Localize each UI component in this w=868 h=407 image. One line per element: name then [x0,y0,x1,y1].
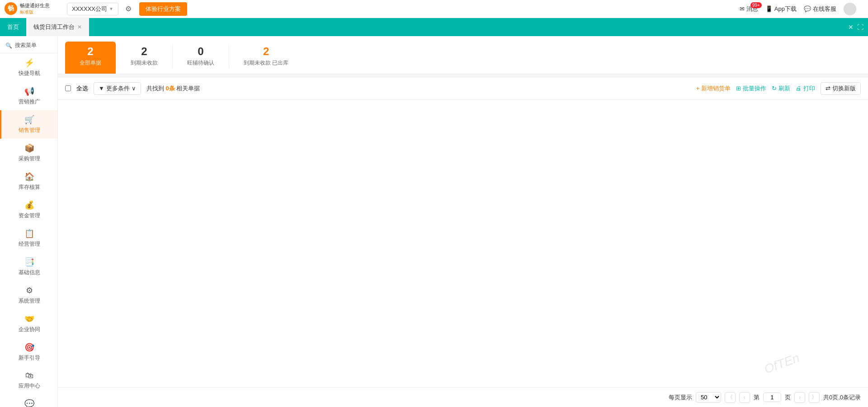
per-page-select[interactable]: 50 20 100 [696,392,721,402]
stat-num-overdue-shipped: 2 [263,45,269,58]
beginner-guide-icon: 🎯 [24,342,34,352]
stat-num-overdue: 2 [141,45,147,58]
print-icon: 🖨 [796,85,802,92]
marketing-icon: 📢 [24,86,34,96]
sales-icon: 🛒 [24,115,34,125]
app-label: App下载 [774,5,797,13]
sidebar-item-system[interactable]: ⚙ 系统管理 [0,281,57,309]
print-button[interactable]: 🖨 打印 [796,84,815,93]
tab-home[interactable]: 首页 [0,18,26,36]
sidebar-item-label: 销售管理 [19,126,40,134]
prev-page-button[interactable]: ‹ [739,392,750,403]
sidebar-item-label: 采购管理 [19,155,40,163]
stat-tab-overdue-shipped[interactable]: 2 到期未收款 已出库 [229,42,303,74]
stat-tab-all[interactable]: 2 全部单据 [65,42,116,74]
sidebar-item-operations[interactable]: 📋 经营管理 [0,224,57,253]
found-count: 0条 [166,85,175,92]
page-total: 共0页,0条记录 [823,393,861,402]
sidebar-item-enterprise-collab[interactable]: 🤝 企业协同 [0,309,57,338]
tab-work-station[interactable]: 钱货日清工作台 ✕ [26,18,89,36]
search-label: 搜索菜单 [15,42,37,49]
inventory-icon: 🏠 [24,172,34,182]
online-service-button[interactable]: 💬 在线客服 [804,5,836,13]
next-page-button[interactable]: › [794,392,805,403]
stat-tab-overdue[interactable]: 2 到期未收款 [116,42,172,74]
sidebar-item-finance[interactable]: 💰 资金管理 [0,196,57,224]
sidebar-item-enterprise-wechat[interactable]: 💬 企业微信 [0,394,57,407]
top-bar: 畅 畅捷通好生意 标准版 XXXXXX公司 ▼ ⚙ 体验行业方案 ✉ 消息 99… [0,0,868,18]
logo-name: 畅捷通好生意 [20,2,50,9]
add-sales-order-button[interactable]: + 新增销货单 [696,84,731,93]
stat-num-wangfu: 0 [198,45,203,58]
search-icon: 🔍 [5,42,12,49]
first-page-button[interactable]: 《 [725,392,736,403]
toolbar-right: + 新增销货单 ⊞ 批量操作 ↻ 刷新 🖨 打印 ⇄ 切换新版 [696,82,861,95]
base-info-icon: 📑 [24,257,34,267]
sidebar-item-label: 库存核算 [19,183,40,191]
batch-icon: ⊞ [736,85,741,92]
chevron-down-icon: ∨ [132,85,136,92]
filter-icon: ▼ [99,85,104,92]
operations-icon: 📋 [24,229,34,239]
system-icon: ⚙ [26,285,33,295]
pagination: 每页显示 50 20 100 《 ‹ 第 页 › 》 共0页,0条记录 [58,387,868,407]
sidebar-item-label: 企业协同 [19,326,40,333]
sidebar-item-sales[interactable]: 🛒 销售管理 [0,110,57,139]
switch-new-version-button[interactable]: ⇄ 切换新版 [821,82,861,95]
page-label: 第 [754,393,760,402]
sidebar-item-label: 资金管理 [19,212,40,220]
sidebar-item-purchase[interactable]: 📦 采购管理 [0,139,57,167]
stat-tab-wangfu[interactable]: 0 旺辅待确认 [173,42,229,74]
refresh-button[interactable]: ↻ 刷新 [772,84,790,93]
per-page-label: 每页显示 [669,393,692,402]
settings-button[interactable]: ⚙ [122,3,135,15]
sidebar-item-inventory[interactable]: 🏠 库存核算 [0,167,57,196]
app-download-button[interactable]: 📱 App下载 [765,5,797,13]
page-input[interactable] [763,393,781,402]
found-text: 共找到 0条 相关单据 [146,84,200,93]
message-button[interactable]: ✉ 消息 99+ [740,5,758,13]
tab-bar: 首页 钱货日清工作台 ✕ ✕ ⛶ [0,18,868,36]
trial-button[interactable]: 体验行业方案 [139,2,187,16]
batch-operation-button[interactable]: ⊞ 批量操作 [736,84,766,93]
sidebar: 🔍 搜索菜单 ⚡ 快捷导航 📢 营销推广 🛒 销售管理 📦 采购管理 🏠 库存核… [0,36,58,407]
app-center-icon: 🛍 [25,371,33,380]
sidebar-item-label: 新手引导 [19,354,40,362]
sidebar-item-base-info[interactable]: 📑 基础信息 [0,253,57,281]
select-all-checkbox[interactable] [65,85,71,91]
stats-tabs: 2 全部单据 2 到期未收款 0 旺辅待确认 2 到期未收款 已出库 [58,36,868,74]
company-selector[interactable]: XXXXXX公司 ▼ [67,3,118,15]
stat-label-wangfu: 旺辅待确认 [187,59,214,67]
enterprise-collab-icon: 🤝 [24,314,34,324]
tab-close-icon[interactable]: ✕ [77,24,82,30]
tab-fullscreen-icon[interactable]: ⛶ [857,23,863,31]
sidebar-search[interactable]: 🔍 搜索菜单 [0,38,57,53]
stat-label-all: 全部单据 [80,59,101,67]
stat-num-all: 2 [87,45,93,58]
table-area [58,100,868,387]
stat-label-overdue: 到期未收款 [131,59,158,67]
tab-close-window-icon[interactable]: ✕ [848,23,854,31]
company-arrow: ▼ [109,6,113,11]
logo-area: 畅 畅捷通好生意 标准版 [5,2,62,15]
main-layout: 🔍 搜索菜单 ⚡ 快捷导航 📢 营销推广 🛒 销售管理 📦 采购管理 🏠 库存核… [0,36,868,407]
sidebar-item-label: 快捷导航 [19,70,40,77]
sidebar-item-label: 营销推广 [19,98,40,106]
switch-icon: ⇄ [826,85,830,92]
sidebar-item-marketing[interactable]: 📢 营销推广 [0,82,57,110]
sidebar-item-app-center[interactable]: 🛍 应用中心 [0,366,57,394]
filter-button[interactable]: ▼ 更多条件 ∨ [94,82,141,95]
stat-label-overdue-shipped: 到期未收款 已出库 [244,59,288,67]
last-page-button[interactable]: 》 [809,392,820,403]
sidebar-item-label: 应用中心 [19,382,40,390]
sidebar-item-shortcuts[interactable]: ⚡ 快捷导航 [0,53,57,82]
company-name: XXXXXX公司 [72,5,107,13]
shortcuts-icon: ⚡ [24,58,34,68]
service-label: 在线客服 [813,5,836,13]
avatar[interactable] [844,3,856,15]
sidebar-item-beginner-guide[interactable]: 🎯 新手引导 [0,338,57,366]
logo-badge: 标准版 [20,9,50,15]
refresh-icon: ↻ [772,85,777,92]
content-area: 2 全部单据 2 到期未收款 0 旺辅待确认 2 到期未收款 已出库 全选 [58,36,868,407]
purchase-icon: 📦 [24,143,34,153]
